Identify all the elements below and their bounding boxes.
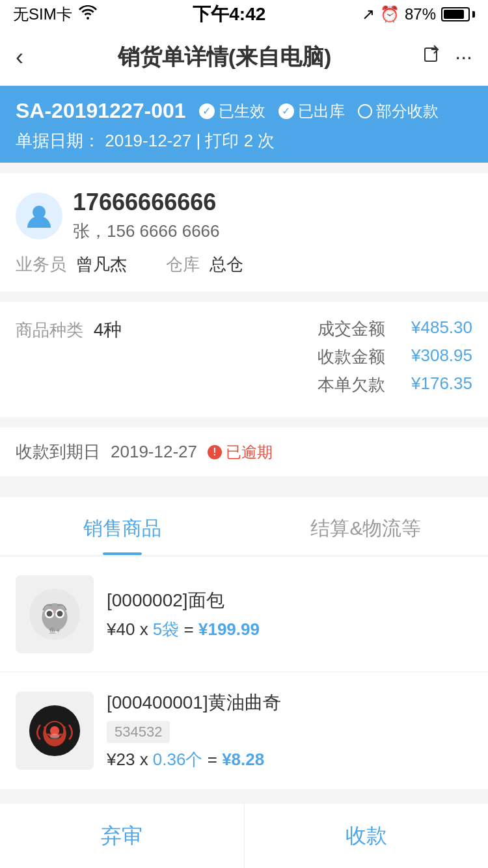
price-qty-1: 5袋 — [153, 619, 179, 639]
product-tag-2: 534532 — [107, 721, 170, 743]
due-label: 收款到期日 — [16, 441, 100, 463]
warehouse-name: 总仓 — [210, 254, 243, 274]
staff-row: 业务员 曾凡杰 — [16, 253, 127, 276]
status-bar: 无SIM卡 下午4:42 ↗ ⏰ 87% — [0, 0, 488, 29]
warehouse-row: 仓库 总仓 — [166, 253, 243, 276]
product-thumbnail-2 — [16, 692, 94, 770]
customer-name: 张，156 6666 6666 — [73, 220, 220, 243]
deal-label: 成交金额 — [318, 318, 385, 340]
status-right: ↗ ⏰ 87% — [362, 5, 475, 23]
signal-label: 无SIM卡 — [13, 4, 72, 25]
amount-section: 商品种类 4种 成交金额 ¥485.30 收款金额 ¥308.95 本单欠款 ¥… — [0, 302, 488, 417]
check-icon-effective: ✓ — [199, 103, 215, 119]
product-type: 商品种类 4种 — [16, 318, 122, 342]
warehouse-label: 仓库 — [166, 254, 200, 274]
tabs-section: 销售商品 结算&物流等 — [0, 497, 488, 556]
order-date-row: 单据日期： 2019-12-27 | 打印 2 次 — [16, 129, 472, 152]
tab-settlement[interactable]: 结算&物流等 — [244, 497, 488, 555]
alarm-icon: ⏰ — [380, 5, 400, 23]
product-info-2: [000400001]黄油曲奇 534532 ¥23 x 0.36个 = ¥8.… — [107, 690, 472, 771]
type-label: 商品种类 — [16, 320, 83, 340]
clock-icon — [358, 104, 372, 118]
amounts: 成交金额 ¥485.30 收款金额 ¥308.95 本单欠款 ¥176.35 — [318, 318, 472, 401]
due-section: 收款到期日 2019-12-27 ! 已逾期 — [0, 427, 488, 476]
staff-label: 业务员 — [16, 254, 66, 274]
print-count: | 打印 2 次 — [196, 131, 275, 150]
price-unit-2: ¥23 — [107, 750, 135, 769]
price-total-1: ¥199.99 — [198, 619, 260, 639]
battery-icon — [441, 7, 475, 21]
check-icon-shipped: ✓ — [278, 103, 294, 119]
product-name-2: [000400001]黄油曲奇 — [107, 690, 472, 715]
customer-phone: 17666666666 — [73, 189, 220, 216]
receipt-label: 收款金额 — [318, 346, 385, 368]
confirm-button[interactable]: 收款 — [245, 804, 489, 868]
svg-point-15 — [50, 733, 59, 739]
customer-section: 17666666666 张，156 6666 6666 业务员 曾凡杰 仓库 总… — [0, 173, 488, 292]
svg-point-7 — [47, 611, 53, 617]
wifi-icon — [79, 5, 97, 23]
product-thumbnail-1: 鱼+ — [16, 575, 94, 653]
battery-percent: 87% — [405, 5, 436, 23]
more-icon[interactable]: ··· — [455, 45, 472, 69]
back-button[interactable]: ‹ — [16, 44, 55, 71]
overdue-icon: ! — [208, 445, 222, 459]
section-divider — [0, 476, 488, 487]
status-left: 无SIM卡 — [13, 4, 97, 25]
page-title: 销货单详情(来自电脑) — [55, 42, 394, 72]
avatar — [16, 193, 62, 239]
debt-label: 本单欠款 — [318, 373, 385, 396]
price-total-2: ¥8.28 — [222, 750, 264, 769]
overdue-badge: ! 已逾期 — [208, 442, 273, 463]
product-list: 鱼+ [0000002]面包 ¥40 x 5袋 = ¥199.99 — [0, 557, 488, 790]
product-price-2: ¥23 x 0.36个 = ¥8.28 — [107, 748, 472, 771]
bottom-bar: 弃审 收款 — [0, 803, 488, 868]
tab-sales-goods[interactable]: 销售商品 — [0, 497, 244, 555]
product-price-1: ¥40 x 5袋 = ¥199.99 — [107, 618, 472, 641]
staff-name: 曾凡杰 — [76, 254, 127, 274]
location-icon: ↗ — [362, 5, 375, 23]
list-item: 鱼+ [0000002]面包 ¥40 x 5袋 = ¥199.99 — [0, 557, 488, 672]
product-info-1: [0000002]面包 ¥40 x 5袋 = ¥199.99 — [107, 588, 472, 641]
deal-amount: ¥485.30 — [411, 318, 472, 340]
receipt-amount: ¥308.95 — [411, 346, 472, 368]
order-id: SA-20191227-001 — [16, 99, 186, 123]
due-date: 2019-12-27 — [111, 442, 197, 462]
price-qty-2: 0.36个 — [153, 750, 203, 769]
status-time: 下午4:42 — [193, 2, 265, 27]
overdue-text: 已逾期 — [226, 442, 273, 463]
nav-actions: ··· — [394, 44, 472, 70]
debt-amount: ¥176.35 — [411, 373, 472, 396]
svg-point-8 — [57, 611, 63, 617]
order-date: 2019-12-27 — [105, 131, 191, 150]
product-name-1: [0000002]面包 — [107, 588, 472, 613]
date-label: 单据日期： — [16, 131, 100, 150]
list-item: [000400001]黄油曲奇 534532 ¥23 x 0.36个 = ¥8.… — [0, 672, 488, 790]
status-effective: ✓ 已生效 — [199, 101, 265, 122]
order-header: SA-20191227-001 ✓ 已生效 ✓ 已出库 部分收款 单据日期： 2… — [0, 86, 488, 163]
price-unit-1: ¥40 — [107, 619, 135, 639]
status-partial-receipt: 部分收款 — [358, 101, 439, 122]
cancel-button[interactable]: 弃审 — [0, 804, 245, 868]
nav-bar: ‹ 销货单详情(来自电脑) ··· — [0, 29, 488, 86]
type-count: 4种 — [94, 319, 122, 340]
status-shipped: ✓ 已出库 — [278, 101, 345, 122]
share-icon[interactable] — [421, 44, 442, 70]
svg-text:鱼+: 鱼+ — [49, 627, 60, 634]
